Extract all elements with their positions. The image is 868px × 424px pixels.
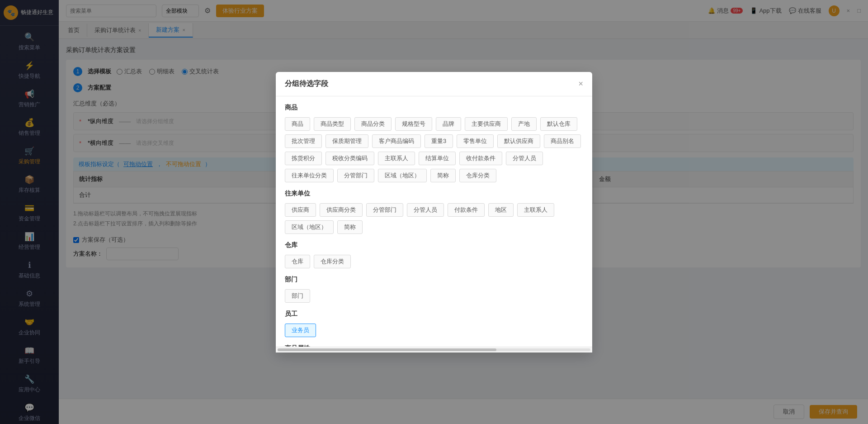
field-select-modal: 分组待选字段 × 商品 商品 商品类型 商品分类 规格型号 品牌 主要供应商 产… [276, 72, 592, 353]
field-btn-supervisor[interactable]: 分管人员 [506, 152, 543, 165]
field-btn-batch-mgmt[interactable]: 批次管理 [285, 134, 322, 148]
field-btn-retail-unit[interactable]: 零售单位 [457, 134, 494, 148]
field-btn-warehouse-cat[interactable]: 仓库分类 [459, 169, 496, 182]
field-grid-goods: 商品 商品类型 商品分类 规格型号 品牌 主要供应商 产地 默认仓库 批次管理 … [285, 117, 583, 182]
field-btn-goods[interactable]: 商品 [285, 117, 310, 131]
field-btn-department[interactable]: 部门 [285, 289, 310, 303]
modal-title: 分组待选字段 [285, 79, 328, 89]
field-btn-partner-cat[interactable]: 往来单位分类 [285, 169, 334, 182]
field-btn-main-contact2[interactable]: 主联系人 [517, 203, 554, 217]
field-btn-main-contact[interactable]: 主联系人 [378, 152, 415, 165]
field-btn-default-warehouse[interactable]: 默认仓库 [540, 117, 577, 131]
field-btn-region[interactable]: 区域（地区） [378, 169, 427, 182]
modal-overlay: 分组待选字段 × 商品 商品 商品类型 商品分类 规格型号 品牌 主要供应商 产… [0, 0, 868, 424]
field-btn-goods-type[interactable]: 商品类型 [314, 117, 351, 131]
field-btn-warehouse[interactable]: 仓库 [285, 255, 310, 268]
field-btn-default-supplier[interactable]: 默认供应商 [497, 134, 540, 148]
field-grid-employee: 业务员 [285, 324, 583, 337]
section-title-warehouse: 仓库 [285, 241, 583, 249]
field-btn-warehouse-cat2[interactable]: 仓库分类 [314, 255, 351, 268]
field-btn-short-name2[interactable]: 简称 [337, 220, 363, 234]
section-title-partner: 往来单位 [285, 190, 583, 198]
modal-horizontal-scroll[interactable] [276, 347, 592, 352]
field-btn-dept[interactable]: 分管部门 [337, 169, 374, 182]
field-btn-expiry-mgmt[interactable]: 保质期管理 [326, 134, 368, 148]
field-btn-payment-cond[interactable]: 付款条件 [448, 203, 485, 217]
field-btn-tax-code[interactable]: 税收分类编码 [326, 152, 374, 165]
field-btn-area[interactable]: 地区 [488, 203, 514, 217]
modal-header: 分组待选字段 × [276, 72, 592, 96]
field-btn-dept2[interactable]: 分管部门 [366, 203, 403, 217]
field-btn-region2[interactable]: 区域（地区） [285, 220, 334, 234]
modal-close-icon[interactable]: × [578, 79, 583, 89]
field-btn-pick-score[interactable]: 拣货积分 [285, 152, 322, 165]
field-btn-person2[interactable]: 分管人员 [407, 203, 444, 217]
field-btn-main-supplier[interactable]: 主要供应商 [465, 117, 508, 131]
field-btn-weight3[interactable]: 重量3 [425, 134, 453, 148]
field-btn-settle-unit[interactable]: 结算单位 [419, 152, 456, 165]
field-btn-payment-terms[interactable]: 收付款条件 [459, 152, 502, 165]
field-grid-department: 部门 [285, 289, 583, 303]
section-title-goods: 商品 [285, 104, 583, 112]
field-btn-goods-cat[interactable]: 商品分类 [354, 117, 392, 131]
field-btn-spec-model[interactable]: 规格型号 [395, 117, 432, 131]
field-grid-partner: 供应商 供应商分类 分管部门 分管人员 付款条件 地区 主联系人 区域（地区） … [285, 203, 583, 234]
field-btn-supplier[interactable]: 供应商 [285, 203, 316, 217]
field-btn-short-name[interactable]: 简称 [430, 169, 456, 182]
field-btn-brand[interactable]: 品牌 [436, 117, 461, 131]
section-title-employee: 员工 [285, 310, 583, 318]
field-btn-goods-alias[interactable]: 商品别名 [544, 134, 581, 148]
field-grid-warehouse: 仓库 仓库分类 [285, 255, 583, 268]
modal-body[interactable]: 商品 商品 商品类型 商品分类 规格型号 品牌 主要供应商 产地 默认仓库 批次… [276, 96, 592, 347]
field-btn-salesperson[interactable]: 业务员 [285, 324, 316, 337]
field-btn-origin[interactable]: 产地 [511, 117, 537, 131]
field-btn-customer-code[interactable]: 客户商品编码 [372, 134, 421, 148]
section-title-department: 部门 [285, 276, 583, 284]
field-btn-supplier-cat[interactable]: 供应商分类 [320, 203, 363, 217]
